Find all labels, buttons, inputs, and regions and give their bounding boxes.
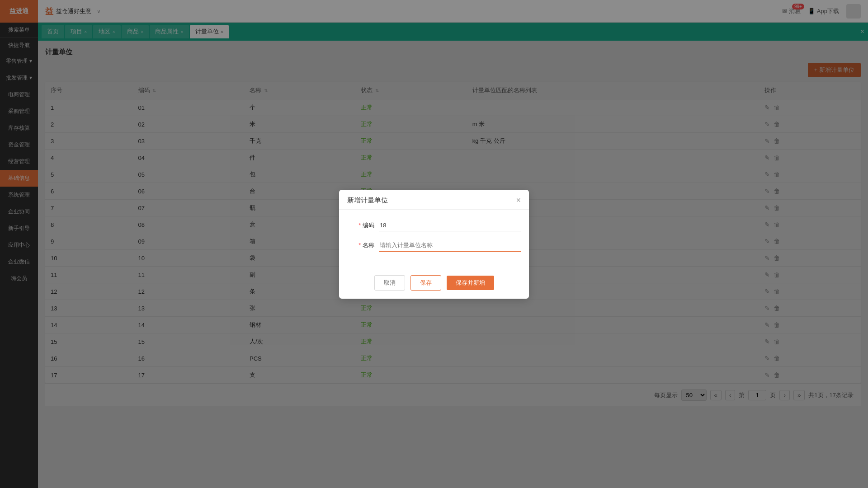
name-label: * 名称 [347,241,374,249]
code-input[interactable] [379,220,521,231]
modal-footer: 取消 保存 保存并新增 [339,270,529,299]
modal-header: 新增计量单位 × [339,190,529,210]
save-button[interactable]: 保存 [410,275,441,291]
form-row-name: * 名称 [347,239,521,252]
name-label-text: 名称 [363,242,374,249]
modal-body: * 编码 * 名称 [339,210,529,270]
code-required-mark: * [359,222,361,229]
add-unit-modal: 新增计量单位 × * 编码 * 名称 取消 保存 保存并新增 [339,190,529,299]
name-required-mark: * [359,242,361,249]
code-label: * 编码 [347,221,374,230]
modal-title: 新增计量单位 [347,196,388,205]
form-row-code: * 编码 [347,220,521,231]
name-input[interactable] [379,239,521,252]
cancel-button[interactable]: 取消 [374,275,405,291]
code-label-text: 编码 [363,222,374,229]
modal-overlay: 新增计量单位 × * 编码 * 名称 取消 保存 保存并新增 [0,0,868,488]
modal-close-button[interactable]: × [516,196,521,204]
save-add-button[interactable]: 保存并新增 [447,276,494,290]
